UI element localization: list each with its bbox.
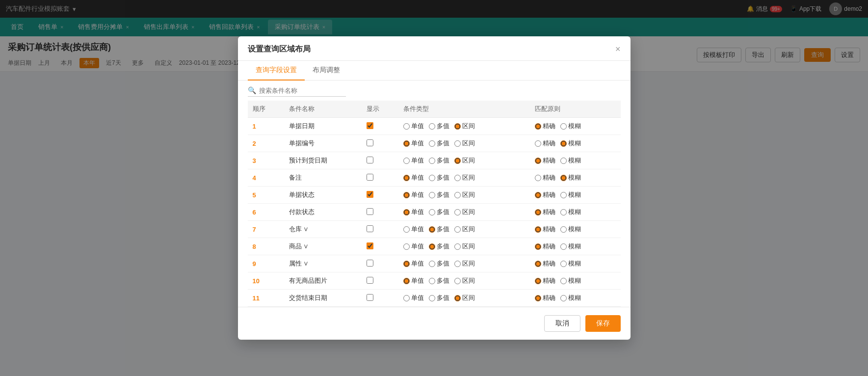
- display-checkbox[interactable]: [367, 225, 373, 232]
- type-radio-item[interactable]: 单值: [403, 156, 424, 165]
- type-radio-item[interactable]: 区间: [454, 276, 475, 285]
- type-radio[interactable]: [403, 123, 410, 130]
- type-radio-item[interactable]: 多值: [429, 190, 449, 199]
- match-radio-item[interactable]: 模糊: [560, 208, 581, 216]
- match-radio[interactable]: [560, 123, 567, 130]
- match-radio[interactable]: [535, 278, 541, 284]
- display-checkbox[interactable]: [367, 174, 373, 181]
- type-radio[interactable]: [403, 243, 410, 250]
- type-radio[interactable]: [403, 226, 410, 233]
- type-radio-item[interactable]: 多值: [429, 242, 449, 251]
- type-radio[interactable]: [403, 209, 410, 215]
- match-radio[interactable]: [535, 140, 541, 147]
- type-radio[interactable]: [454, 140, 461, 147]
- match-radio-item[interactable]: 精确: [535, 139, 555, 148]
- match-radio-item[interactable]: 模糊: [560, 156, 581, 165]
- type-radio[interactable]: [429, 278, 435, 284]
- match-radio[interactable]: [560, 243, 567, 250]
- type-radio-item[interactable]: 单值: [403, 276, 424, 285]
- type-radio[interactable]: [454, 158, 461, 164]
- type-radio-item[interactable]: 单值: [403, 208, 424, 216]
- type-radio[interactable]: [403, 278, 410, 284]
- type-radio-item[interactable]: 多值: [429, 173, 449, 182]
- type-radio-item[interactable]: 单值: [403, 139, 424, 148]
- type-radio-item[interactable]: 区间: [454, 208, 475, 216]
- type-radio[interactable]: [454, 278, 461, 284]
- match-radio-item[interactable]: 模糊: [560, 225, 581, 234]
- match-radio-item[interactable]: 精确: [535, 294, 555, 302]
- type-radio-item[interactable]: 多值: [429, 122, 449, 131]
- type-radio[interactable]: [403, 261, 410, 267]
- match-radio-item[interactable]: 精确: [535, 208, 555, 216]
- match-radio-item[interactable]: 精确: [535, 156, 555, 165]
- type-radio-item[interactable]: 多值: [429, 259, 449, 268]
- match-radio-item[interactable]: 精确: [535, 122, 555, 131]
- type-radio-item[interactable]: 单值: [403, 242, 424, 251]
- match-radio-item[interactable]: 模糊: [560, 139, 581, 148]
- dialog-close-button[interactable]: ×: [615, 44, 621, 60]
- match-radio[interactable]: [560, 278, 567, 284]
- display-checkbox[interactable]: [367, 122, 373, 129]
- type-radio[interactable]: [429, 140, 435, 147]
- type-radio[interactable]: [403, 140, 410, 147]
- type-radio[interactable]: [429, 261, 435, 267]
- tab-layout[interactable]: 布局调整: [305, 61, 348, 81]
- match-radio-item[interactable]: 模糊: [560, 122, 581, 131]
- match-radio[interactable]: [535, 295, 541, 301]
- match-radio[interactable]: [560, 175, 567, 181]
- type-radio[interactable]: [454, 192, 461, 198]
- type-radio-item[interactable]: 单值: [403, 225, 424, 234]
- type-radio-item[interactable]: 多值: [429, 294, 449, 302]
- display-checkbox[interactable]: [367, 208, 373, 215]
- match-radio[interactable]: [535, 175, 541, 181]
- match-radio[interactable]: [535, 192, 541, 198]
- match-radio[interactable]: [560, 261, 567, 267]
- type-radio-item[interactable]: 多值: [429, 276, 449, 285]
- type-radio[interactable]: [403, 175, 410, 181]
- type-radio-item[interactable]: 区间: [454, 122, 475, 131]
- tab-query-field[interactable]: 查询字段设置: [248, 61, 305, 81]
- type-radio[interactable]: [429, 175, 435, 181]
- type-radio-item[interactable]: 多值: [429, 225, 449, 234]
- display-checkbox[interactable]: [367, 242, 373, 249]
- match-radio-item[interactable]: 模糊: [560, 259, 581, 268]
- display-checkbox[interactable]: [367, 191, 373, 198]
- match-radio[interactable]: [535, 158, 541, 164]
- match-radio[interactable]: [560, 226, 567, 233]
- match-radio[interactable]: [560, 192, 567, 198]
- display-checkbox[interactable]: [367, 277, 373, 284]
- type-radio[interactable]: [454, 209, 461, 215]
- type-radio[interactable]: [454, 295, 461, 301]
- match-radio[interactable]: [560, 158, 567, 164]
- save-button[interactable]: 保存: [585, 315, 621, 332]
- match-radio-item[interactable]: 模糊: [560, 173, 581, 182]
- type-radio[interactable]: [403, 192, 410, 198]
- match-radio-item[interactable]: 精确: [535, 190, 555, 199]
- cancel-button[interactable]: 取消: [544, 315, 580, 332]
- match-radio[interactable]: [535, 261, 541, 267]
- match-radio-item[interactable]: 精确: [535, 173, 555, 182]
- match-radio-item[interactable]: 模糊: [560, 276, 581, 285]
- match-radio-item[interactable]: 模糊: [560, 294, 581, 302]
- type-radio-item[interactable]: 单值: [403, 173, 424, 182]
- type-radio[interactable]: [454, 243, 461, 250]
- type-radio[interactable]: [403, 158, 410, 164]
- match-radio-item[interactable]: 模糊: [560, 190, 581, 199]
- match-radio[interactable]: [560, 209, 567, 215]
- type-radio[interactable]: [403, 295, 410, 301]
- match-radio-item[interactable]: 精确: [535, 225, 555, 234]
- type-radio-item[interactable]: 多值: [429, 139, 449, 148]
- type-radio-item[interactable]: 区间: [454, 294, 475, 302]
- display-checkbox[interactable]: [367, 157, 373, 163]
- type-radio[interactable]: [454, 226, 461, 233]
- type-radio[interactable]: [454, 123, 461, 130]
- match-radio-item[interactable]: 精确: [535, 259, 555, 268]
- type-radio-item[interactable]: 区间: [454, 173, 475, 182]
- type-radio[interactable]: [429, 243, 435, 250]
- match-radio[interactable]: [535, 123, 541, 130]
- type-radio-item[interactable]: 多值: [429, 156, 449, 165]
- match-radio[interactable]: [535, 209, 541, 215]
- type-radio-item[interactable]: 区间: [454, 242, 475, 251]
- type-radio-item[interactable]: 单值: [403, 259, 424, 268]
- search-input[interactable]: [259, 87, 346, 94]
